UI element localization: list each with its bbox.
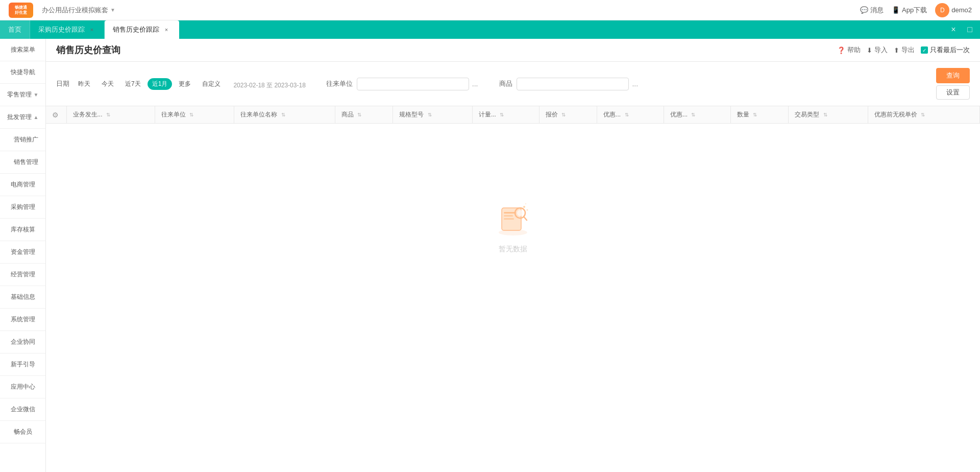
sort-icon[interactable]: ⇅ xyxy=(281,112,285,117)
partner-picker-button[interactable]: ... xyxy=(471,80,479,88)
app-download-button[interactable]: 📱 App下载 xyxy=(892,6,927,15)
tab-purchase-close-icon[interactable]: × xyxy=(88,26,96,34)
sidebar-item-purchase[interactable]: 采购管理 xyxy=(0,196,45,219)
export-label: 导出 xyxy=(901,45,915,55)
sort-icon[interactable]: ⇅ xyxy=(823,112,827,117)
message-button[interactable]: 💬 消息 xyxy=(860,6,884,15)
marketing-label: 营销推广 xyxy=(14,135,38,144)
app-logo: 畅捷通好生意 xyxy=(8,2,34,18)
settings-button[interactable]: 设置 xyxy=(936,85,970,100)
export-button[interactable]: ⬆ 导出 xyxy=(894,45,915,55)
sidebar-item-retail[interactable]: 零售管理 ▼ xyxy=(0,84,45,106)
date-tab-7days[interactable]: 近7天 xyxy=(120,78,145,90)
basic-info-label: 基础信息 xyxy=(11,293,35,301)
sort-icon[interactable]: ⇅ xyxy=(357,112,361,117)
th-discount1-label: 优惠... xyxy=(603,111,621,118)
sales-label: 销售管理 xyxy=(14,158,38,167)
finance-label: 资金管理 xyxy=(11,248,35,256)
sidebar-item-app-center[interactable]: 应用中心 xyxy=(0,376,45,398)
filter-area: 日期 昨天 今天 近7天 近1月 更多 自定义 2023-02-18 至 202… xyxy=(46,62,980,106)
tab-home[interactable]: 首页 xyxy=(0,20,30,39)
sidebar-item-sales[interactable]: 销售管理 xyxy=(0,151,45,174)
sidebar-item-inventory[interactable]: 库存核算 xyxy=(0,219,45,241)
partner-input[interactable] xyxy=(357,78,469,90)
date-range-text: 2023-02-18 至 2023-03-18 xyxy=(233,81,305,90)
download-icon: 📱 xyxy=(892,6,900,14)
tab-purchase-history[interactable]: 采购历史价跟踪 × xyxy=(30,20,105,39)
message-icon: 💬 xyxy=(860,6,868,14)
th-no-tax-price: 优惠前无税单价 ⇅ xyxy=(868,106,979,124)
member-label: 畅会员 xyxy=(14,428,32,436)
th-spec: 规格型号 ⇅ xyxy=(393,106,473,124)
th-unit: 计量... ⇅ xyxy=(472,106,539,124)
th-no-tax-price-label: 优惠前无税单价 xyxy=(874,111,917,118)
data-table: ⚙ 业务发生... ⇅ 往来单位 ⇅ 往来单位名称 xyxy=(46,106,980,328)
svg-point-6 xyxy=(517,210,523,216)
sort-icon[interactable]: ⇅ xyxy=(753,112,757,117)
table-settings-icon[interactable]: ⚙ xyxy=(52,111,59,119)
sort-icon[interactable]: ⇅ xyxy=(625,112,629,117)
svg-point-10 xyxy=(525,203,526,204)
inventory-label: 库存核算 xyxy=(11,225,35,234)
sort-icon[interactable]: ⇅ xyxy=(500,112,504,117)
user-profile-button[interactable]: D demo2 xyxy=(935,3,972,17)
window-maximize-button[interactable]: □ xyxy=(964,23,976,36)
sidebar-item-finance[interactable]: 资金管理 xyxy=(0,241,45,264)
sidebar-item-system[interactable]: 系统管理 xyxy=(0,309,45,331)
th-quote-label: 报价 xyxy=(546,111,558,118)
goods-filter-label: 商品 xyxy=(499,79,512,88)
import-icon: ⬇ xyxy=(867,46,872,54)
sort-icon[interactable]: ⇅ xyxy=(561,112,566,117)
sidebar-item-marketing[interactable]: 营销推广 xyxy=(0,129,45,151)
retail-chevron-down-icon: ▼ xyxy=(34,92,39,98)
page-title-bar: 销售历史价查询 ❓ 帮助 ⬇ 导入 ⬆ 导出 xyxy=(46,39,980,62)
sort-icon[interactable]: ⇅ xyxy=(428,112,432,117)
tab-sales-history[interactable]: 销售历史价跟踪 × xyxy=(105,20,179,39)
date-tab-1month[interactable]: 近1月 xyxy=(148,78,173,90)
date-tab-more[interactable]: 更多 xyxy=(174,78,195,90)
sidebar-item-ecommerce[interactable]: 电商管理 xyxy=(0,174,45,196)
goods-picker-button[interactable]: ... xyxy=(631,80,639,88)
sort-icon[interactable]: ⇅ xyxy=(921,112,925,117)
sidebar-item-wholesale[interactable]: 批发管理 ▲ xyxy=(0,106,45,129)
message-label: 消息 xyxy=(870,6,884,15)
tab-purchase-history-label: 采购历史价跟踪 xyxy=(38,25,85,34)
tab-home-label: 首页 xyxy=(8,25,21,34)
avatar: D xyxy=(935,3,949,17)
sidebar-item-enterprise-wechat[interactable]: 企业微信 xyxy=(0,398,45,421)
svg-point-8 xyxy=(523,206,525,208)
svg-point-9 xyxy=(526,209,528,211)
workspace-selector[interactable]: 办公用品行业模拟账套 ▼ xyxy=(38,5,119,16)
date-tab-today[interactable]: 今天 xyxy=(97,78,118,90)
export-icon: ⬆ xyxy=(894,46,899,54)
sidebar-item-search-menu[interactable]: 搜索菜单 xyxy=(0,39,45,61)
only-last-checkbox-label[interactable]: 只看最后一次 xyxy=(921,45,970,55)
sidebar-item-enterprise-collab[interactable]: 企业协同 xyxy=(0,331,45,353)
date-tab-custom[interactable]: 自定义 xyxy=(198,78,225,90)
sidebar-item-member[interactable]: 畅会员 xyxy=(0,421,45,443)
window-close-button[interactable]: × xyxy=(947,23,960,36)
th-quote: 报价 ⇅ xyxy=(539,106,597,124)
sidebar-item-quick-nav[interactable]: 快捷导航 xyxy=(0,61,45,84)
sort-icon[interactable]: ⇅ xyxy=(189,112,193,117)
th-partner-name-label: 往来单位名称 xyxy=(240,111,277,118)
sidebar-item-operations[interactable]: 经营管理 xyxy=(0,264,45,286)
sort-icon[interactable]: ⇅ xyxy=(691,112,695,117)
sidebar-item-basic-info[interactable]: 基础信息 xyxy=(0,286,45,309)
import-label: 导入 xyxy=(874,45,888,55)
sort-icon[interactable]: ⇅ xyxy=(106,112,110,117)
only-last-checkbox[interactable] xyxy=(921,46,928,54)
goods-input[interactable] xyxy=(517,78,629,90)
query-button[interactable]: 查询 xyxy=(936,68,970,83)
svg-rect-3 xyxy=(504,215,513,217)
tab-sales-close-icon[interactable]: × xyxy=(162,26,170,34)
wholesale-chevron-up-icon: ▲ xyxy=(34,114,39,120)
th-qty: 数量 ⇅ xyxy=(731,106,789,124)
sidebar-item-beginner-guide[interactable]: 新手引导 xyxy=(0,353,45,376)
th-partner-code: 往来单位 ⇅ xyxy=(155,106,234,124)
import-button[interactable]: ⬇ 导入 xyxy=(867,45,888,55)
th-discount1: 优惠... ⇅ xyxy=(597,106,664,124)
date-tab-yesterday[interactable]: 昨天 xyxy=(74,78,95,90)
help-button[interactable]: ❓ 帮助 xyxy=(837,45,861,55)
empty-text: 暂无数据 xyxy=(499,245,527,254)
